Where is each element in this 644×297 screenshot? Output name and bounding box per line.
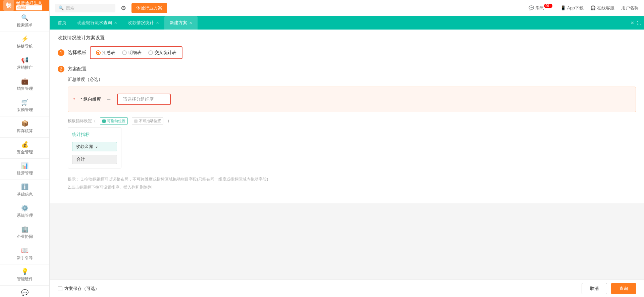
radio-cross[interactable]: 交叉统计表 <box>148 50 176 56</box>
wechat-icon: 💬 <box>21 289 29 296</box>
user-name[interactable]: 用户名称 <box>621 5 639 11</box>
maximize-icon[interactable]: ⛶ <box>637 20 641 26</box>
app-download-item[interactable]: 📱 App下载 <box>560 5 584 11</box>
corp-collab-icon: 🏢 <box>21 226 29 233</box>
notification-badge: 99+ <box>544 4 552 8</box>
main-area: 🔍 搜索 ⚙ 体验行业方案 💬 消息 99+ 📱 App下载 🎧 在线客服 用户… <box>50 0 644 297</box>
quick-nav-icon: ⚡ <box>21 35 29 43</box>
radio-dot-cross <box>148 50 153 55</box>
query-button[interactable]: 查询 <box>611 283 636 294</box>
logo-icon: 畅 <box>3 0 14 11</box>
sidebar-item-search[interactable]: 🔍 搜索菜单 <box>0 11 49 32</box>
operations-icon: 📊 <box>21 162 29 169</box>
sidebar-item-label: 资金管理 <box>17 149 33 155</box>
logo-text: 畅捷通好生意 <box>16 0 42 6</box>
metrics-group-label: 统计指标 <box>72 132 117 139</box>
sidebar-item-label: 企业协同 <box>17 234 33 240</box>
step2-number: 2 <box>58 66 64 72</box>
close-window-icon[interactable]: ✕ <box>631 20 634 26</box>
sales-icon: 💼 <box>21 78 29 85</box>
notification-icon: 💬 <box>529 5 534 10</box>
sidebar-item-guide[interactable]: 📖 新手引导 <box>0 243 49 264</box>
search-icon: 🔍 <box>58 5 64 10</box>
topbar: 🔍 搜索 ⚙ 体验行业方案 💬 消息 99+ 📱 App下载 🎧 在线客服 用户… <box>50 0 644 16</box>
metrics-config-label: 模板指标设定（ <box>68 118 96 124</box>
content-area: 收款情况统计方案设置 1 选择模板 汇总表 明细表 <box>50 30 644 297</box>
radio-summary[interactable]: 汇总表 <box>96 50 115 56</box>
smart-hardware-icon: 💡 <box>21 268 29 275</box>
drag-active-badge: 可拖动位置 <box>100 117 128 125</box>
sidebar-item-purchase[interactable]: 🛒 采购管理 <box>0 95 49 116</box>
sidebar-item-label: 营销推广 <box>17 65 33 70</box>
dimension-select[interactable]: 请选择分组维度 <box>117 94 171 105</box>
step1-title: 选择模板 <box>68 50 87 56</box>
radio-detail[interactable]: 明细表 <box>122 50 142 56</box>
sidebar-logo: 畅 畅捷通好生意 标准版 <box>0 0 49 11</box>
sidebar: 畅 畅捷通好生意 标准版 🔍 搜索菜单 ⚡ 快捷导航 📢 营销推广 💼 销售管理… <box>0 0 50 297</box>
metrics-tag-label: 收款金额 <box>76 144 93 150</box>
page-title: 收款情况统计方案设置 <box>58 35 636 41</box>
sidebar-item-inventory[interactable]: 📦 库存核算 <box>0 116 49 138</box>
trial-industry-btn[interactable]: 体验行业方案 <box>131 3 167 13</box>
download-icon: 📱 <box>560 5 566 10</box>
sidebar-item-system[interactable]: ⚙️ 系统管理 <box>0 201 49 222</box>
step1-section: 1 选择模板 汇总表 明细表 交叉统计表 <box>58 46 636 59</box>
sidebar-item-marketing[interactable]: 📢 营销推广 <box>0 53 49 74</box>
sidebar-item-smart-hardware[interactable]: 💡 智能硬件 <box>0 264 49 286</box>
sidebar-item-label: 新手引导 <box>17 255 33 261</box>
sidebar-item-label: 快捷导航 <box>17 44 33 49</box>
radio-dot-detail <box>122 50 127 55</box>
sidebar-item-label: 系统管理 <box>17 213 33 218</box>
sidebar-item-label: 搜索菜单 <box>17 22 33 28</box>
drag-active-label: 可拖动位置 <box>107 118 125 123</box>
search-box[interactable]: 🔍 搜索 <box>55 4 115 12</box>
sidebar-item-finance[interactable]: 💰 资金管理 <box>0 138 49 159</box>
online-service-item[interactable]: 🎧 在线客服 <box>590 5 614 11</box>
close-tab-cashflow[interactable]: ✕ <box>114 21 117 25</box>
sidebar-item-label: 基础信息 <box>17 192 33 197</box>
service-label: 在线客服 <box>597 5 614 11</box>
sidebar-item-wechat[interactable]: 💬 企业微信 <box>0 286 49 297</box>
search-placeholder: 搜索 <box>66 5 74 11</box>
save-plan-checkbox[interactable]: 方案保存（可选） <box>58 286 99 292</box>
radio-dot-summary <box>96 50 101 55</box>
tab-collection-stats[interactable]: 收款情况统计 ✕ <box>122 16 164 30</box>
tips-line2: 2.点击标题栏下拉可设置排序、插入列和删除列 <box>68 183 636 191</box>
radio-label-summary: 汇总表 <box>102 50 115 56</box>
cancel-button[interactable]: 取消 <box>582 283 607 294</box>
metrics-tag-amount[interactable]: 收款金额 ∨ <box>72 142 117 151</box>
sidebar-item-label: 经营管理 <box>17 170 33 176</box>
tab-home[interactable]: 首页 <box>52 20 72 26</box>
dimension-label-required: * <box>73 97 75 102</box>
step1-number: 1 <box>58 49 64 56</box>
bottom-bar: 方案保存（可选） 取消 查询 <box>50 280 644 297</box>
tab-cashflow[interactable]: 现金银行流水查询 ✕ <box>72 16 122 30</box>
download-label: App下载 <box>567 5 584 11</box>
metrics-config-suffix: ） <box>167 118 171 124</box>
topbar-right: 💬 消息 99+ 📱 App下载 🎧 在线客服 用户名称 <box>529 5 639 11</box>
tips-line1: 提示： 1.拖动标题栏可以调整布局，不可跨维度或指标区域拖动栏目字段(只能在同一… <box>68 175 636 183</box>
sidebar-item-corp-collab[interactable]: 🏢 企业协同 <box>0 222 49 243</box>
bottom-actions: 取消 查询 <box>582 283 636 294</box>
step2-section: 2 方案配置 汇总维度（必选） * * 纵向维度 → 请选择分组维度 <box>58 66 636 191</box>
tips-area: 提示： 1.拖动标题栏可以调整布局，不可跨维度或指标区域拖动栏目字段(只能在同一… <box>68 175 636 191</box>
sidebar-item-basic-info[interactable]: ℹ️ 基础信息 <box>0 180 49 201</box>
template-select-box: 汇总表 明细表 交叉统计表 <box>90 46 182 59</box>
marketing-icon: 📢 <box>21 56 29 64</box>
tab-new-plan[interactable]: 新建方案 ✕ <box>164 16 198 30</box>
settings-icon[interactable]: ⚙ <box>121 4 126 12</box>
dimension-area: * * 纵向维度 → 请选择分组维度 <box>68 87 636 112</box>
sidebar-item-sales[interactable]: 💼 销售管理 <box>0 74 49 95</box>
close-tab-new-plan[interactable]: ✕ <box>189 21 192 25</box>
notification-item[interactable]: 💬 消息 99+ <box>529 5 554 11</box>
metrics-subtag-total[interactable]: 合计 <box>72 155 117 164</box>
drag-inactive-label: 不可拖动位置 <box>139 118 161 123</box>
content-inner: 收款情况统计方案设置 1 选择模板 汇总表 明细表 <box>50 30 644 203</box>
notification-label: 消息 <box>535 5 544 11</box>
radio-label-detail: 明细表 <box>128 50 142 56</box>
sidebar-item-quick-nav[interactable]: ⚡ 快捷导航 <box>0 32 49 53</box>
metrics-header-row: 模板指标设定（ 可拖动位置 不可拖动位置 ） <box>68 117 636 125</box>
system-icon: ⚙️ <box>21 204 29 212</box>
close-tab-collection[interactable]: ✕ <box>156 21 159 25</box>
sidebar-item-operations[interactable]: 📊 经营管理 <box>0 159 49 180</box>
